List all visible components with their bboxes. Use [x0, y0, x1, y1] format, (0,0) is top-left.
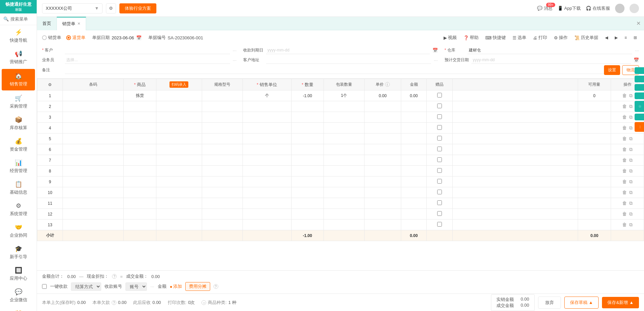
row-product[interactable]: 拣货: [124, 90, 156, 101]
sidebar-item-1[interactable]: 📢营销推广: [0, 47, 37, 68]
message-button[interactable]: 💬 消息 99+: [537, 5, 553, 11]
row-amount[interactable]: [401, 112, 426, 123]
sidebar-item-9[interactable]: 🤝企业协同: [0, 220, 37, 242]
row-amount[interactable]: [401, 133, 426, 144]
row-amount[interactable]: [401, 166, 426, 177]
row-gift[interactable]: [427, 187, 452, 198]
row-product[interactable]: [124, 198, 156, 209]
row-price[interactable]: [365, 209, 401, 220]
add-button[interactable]: ● 添加: [170, 283, 182, 289]
row-amount[interactable]: [401, 155, 426, 166]
one-click-payment-checkbox[interactable]: [42, 284, 47, 289]
sidebar-item-4[interactable]: 📦库存核算: [0, 113, 37, 134]
sidebar-item-0[interactable]: ⚡快捷导航: [0, 25, 37, 47]
row-gift[interactable]: [427, 209, 452, 220]
owe-info-icon[interactable]: ?: [112, 300, 116, 305]
row-barcode[interactable]: [63, 220, 124, 230]
row-copy-btn[interactable]: ⧉: [629, 189, 633, 196]
app-download-button[interactable]: 📱 App下载: [558, 5, 581, 11]
row-gift[interactable]: [427, 220, 452, 230]
row-gift[interactable]: [427, 198, 452, 209]
row-delete-btn[interactable]: 🗑: [621, 178, 628, 185]
row-packqty[interactable]: [324, 220, 364, 230]
row-qty[interactable]: [291, 220, 324, 230]
row-qty[interactable]: [291, 187, 324, 198]
row-qty[interactable]: [291, 101, 324, 112]
row-amount[interactable]: [401, 177, 426, 187]
save-draft-button[interactable]: 保存草稿 ▲: [564, 297, 599, 309]
account-dots[interactable]: ···: [150, 284, 154, 289]
tab-sale-order[interactable]: 销货单 ✕: [57, 17, 86, 30]
row-packqty[interactable]: [324, 209, 364, 220]
row-spec[interactable]: [202, 187, 242, 198]
row-copy-btn[interactable]: ⧉: [629, 167, 633, 174]
row-barcode[interactable]: [63, 198, 124, 209]
float-note-btn[interactable]: 便: [635, 92, 644, 99]
row-copy-btn[interactable]: ⧉: [629, 157, 633, 164]
row-amount[interactable]: [401, 220, 426, 230]
row-delete-btn[interactable]: 🗑: [621, 114, 628, 120]
sidebar-item-6[interactable]: 📊经营管理: [0, 156, 37, 177]
row-packqty[interactable]: [324, 166, 364, 177]
sidebar-item-10[interactable]: 🎓新手引导: [0, 242, 37, 263]
help-button[interactable]: ❓ 帮助: [461, 34, 481, 42]
row-unit[interactable]: [242, 112, 291, 123]
salesperson-dots[interactable]: ···: [233, 57, 237, 63]
row-unit[interactable]: [242, 101, 291, 112]
settings-button[interactable]: ⚙: [106, 3, 116, 13]
row-copy-btn[interactable]: ⧉: [629, 135, 633, 142]
row-delete-btn[interactable]: 🗑: [621, 167, 628, 174]
tab-close-all-button[interactable]: ✕: [633, 20, 644, 27]
delivery-calendar-icon[interactable]: 📅: [634, 57, 639, 63]
row-product[interactable]: [124, 209, 156, 220]
sidebar-item-12[interactable]: 💬企业微信: [0, 285, 37, 306]
customer-input[interactable]: [65, 46, 230, 54]
col-settings-header[interactable]: ⚙: [37, 79, 63, 90]
row-copy-btn[interactable]: ⧉: [629, 221, 633, 228]
row-price[interactable]: [365, 133, 401, 144]
row-barcode[interactable]: [63, 187, 124, 198]
row-copy-btn[interactable]: ⧉: [629, 178, 633, 185]
row-price[interactable]: [365, 123, 401, 133]
customer-dots[interactable]: ···: [233, 48, 237, 53]
row-copy-btn[interactable]: ⧉: [629, 200, 633, 207]
scan-button[interactable]: 扫码录入: [169, 81, 188, 88]
row-packqty[interactable]: [324, 155, 364, 166]
shortcut-button[interactable]: ⌨ 快捷键: [483, 34, 508, 42]
row-gift[interactable]: [427, 112, 452, 123]
row-amount[interactable]: [401, 123, 426, 133]
tab-close-icon[interactable]: ✕: [77, 22, 80, 26]
row-spec[interactable]: [202, 112, 242, 123]
row-delete-btn[interactable]: 🗑: [621, 157, 628, 163]
row-copy-btn[interactable]: ⧉: [629, 146, 633, 153]
discard-button[interactable]: 放弃: [538, 297, 561, 309]
sidebar-item-2[interactable]: 🏠销售管理: [2, 69, 35, 90]
row-qty[interactable]: [291, 144, 324, 155]
row-spec[interactable]: [202, 90, 242, 101]
avatar[interactable]: [615, 4, 624, 13]
row-product[interactable]: [124, 166, 156, 177]
customer-addr-input[interactable]: [266, 56, 431, 64]
row-barcode[interactable]: [63, 155, 124, 166]
expense-button[interactable]: 费用分摊: [185, 282, 210, 291]
row-barcode[interactable]: [63, 209, 124, 220]
payment-due-input[interactable]: [266, 46, 429, 54]
row-barcode[interactable]: [63, 166, 124, 177]
sidebar-item-3[interactable]: 🛒采购管理: [0, 91, 37, 113]
row-product[interactable]: [124, 177, 156, 187]
row-spec[interactable]: [202, 198, 242, 209]
row-unit[interactable]: [242, 187, 291, 198]
row-barcode[interactable]: [63, 177, 124, 187]
view-grid[interactable]: ⊞: [632, 34, 639, 41]
row-packqty[interactable]: [324, 133, 364, 144]
row-qty[interactable]: [291, 123, 324, 133]
row-qty[interactable]: [291, 198, 324, 209]
sidebar-item-5[interactable]: 💰资金管理: [0, 134, 37, 156]
row-product[interactable]: [124, 112, 156, 123]
row-gift[interactable]: [427, 133, 452, 144]
float-todo-btn[interactable]: 待: [635, 76, 644, 82]
row-delete-btn[interactable]: 🗑: [621, 135, 628, 142]
settle-method-select[interactable]: 结算方式: [71, 282, 101, 291]
company-selector[interactable]: XXXXXX公司 ▼: [42, 3, 103, 13]
row-unit[interactable]: [242, 144, 291, 155]
